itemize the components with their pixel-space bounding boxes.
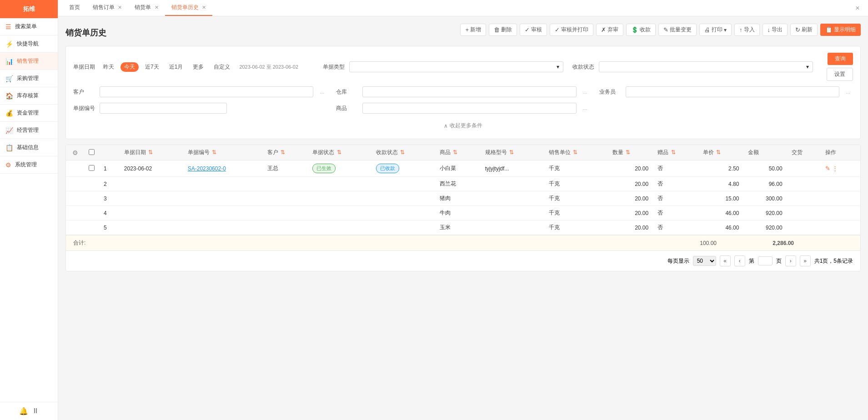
col-goods[interactable]: 商品 ⇅ [435,145,481,160]
row-doc-date [120,220,183,235]
edit-btn[interactable]: ✎ [825,165,830,172]
data-table: ⚙ 单据日期 ⇅ 单据编号 ⇅ [65,145,861,271]
warehouse-dots[interactable]: ... [580,88,590,96]
first-page-button[interactable]: « [720,255,731,266]
tab-close-sales-goods[interactable]: ✕ [155,5,159,10]
sort-unit-icon: ⇅ [573,149,577,155]
prev-page-button[interactable]: ‹ [734,255,745,266]
salesperson-input[interactable] [626,86,839,97]
tab-close-sales-order[interactable]: ✕ [118,5,122,10]
row-no: 2 [99,177,120,191]
export-button[interactable]: ↓ 导出 [763,24,788,36]
sidebar-item-stock-calc[interactable]: 🏠 库存核算 [0,87,58,105]
next-page-button[interactable]: › [785,255,796,266]
row-checkbox[interactable] [84,220,99,235]
row-trade [787,177,821,191]
tab-bar: 首页 销售订单 ✕ 销货单 ✕ 销货单历史 ✕ ✕ [58,0,868,16]
abandon-icon: ✗ [601,26,606,33]
audit-button[interactable]: ✓ 审核 [520,24,547,36]
col-unit[interactable]: 销售单位 ⇅ [544,145,608,160]
sidebar-item-basic-info[interactable]: 📋 基础信息 [0,139,58,156]
row-quantity: 20.00 [608,220,653,235]
batch-change-button[interactable]: ✎ 批量变更 [658,24,697,36]
sidebar-item-sys-mgmt[interactable]: ⚙ 系统管理 [0,156,58,174]
row-checkbox[interactable] [84,177,99,191]
select-all-checkbox[interactable] [89,149,95,155]
sidebar-item-purchase-mgmt[interactable]: 🛒 采购管理 [0,70,58,87]
abandon-button[interactable]: ✗ 弃审 [596,24,623,36]
add-button[interactable]: + 新增 [460,24,486,36]
row-checkbox[interactable] [84,206,99,220]
print-button[interactable]: 🖨 打印 ▾ [699,24,732,36]
tab-sales-goods[interactable]: 销货单 ✕ [128,0,165,16]
warehouse-input[interactable] [362,86,576,97]
sidebar-item-label: 搜索菜单 [15,23,37,30]
import-button[interactable]: ↑ 导入 [734,24,760,36]
doc-no-link[interactable]: SA-20230602-0 [188,165,226,172]
col-settings[interactable]: ⚙ [66,145,84,160]
col-quantity[interactable]: 数量 ⇅ [608,145,653,160]
row-checkbox[interactable] [84,160,99,177]
sidebar-item-fund-mgmt[interactable]: 💰 资金管理 [0,105,58,122]
receive-button[interactable]: 💲 收款 [626,24,656,36]
sidebar-item-ops-mgmt[interactable]: 📈 经营管理 [0,122,58,139]
customer-dots[interactable]: ... [317,88,327,96]
tab-close-all[interactable]: ✕ [852,3,863,13]
col-doc-date[interactable]: 单据日期 ⇅ [120,145,183,160]
col-unit-price[interactable]: 单价 ⇅ [698,145,744,160]
date-more[interactable]: 更多 [189,62,207,72]
search-menu-icon: ☰ [5,23,11,30]
sidebar-item-sales-mgmt[interactable]: 📊 销售管理 [0,53,58,70]
col-doc-status[interactable]: 单据状态 ⇅ [308,145,371,160]
row-checkbox[interactable] [84,191,99,206]
col-gift[interactable]: 赠品 ⇅ [653,145,698,160]
row-payment-status [371,206,435,220]
sidebar-item-quick-nav[interactable]: ⚡ 快捷导航 [0,35,58,53]
gear-icon[interactable]: ⚙ [72,149,78,156]
settings-button[interactable]: 设置 [827,68,853,81]
tab-home[interactable]: 首页 [63,0,86,16]
table-header-row: ⚙ 单据日期 ⇅ 单据编号 ⇅ [66,145,860,160]
row-gift: 否 [653,191,698,206]
sidebar: 拓维 ☰ 搜索菜单 ⚡ 快捷导航 📊 销售管理 🛒 采购管理 🏠 库存核算 💰 … [0,0,58,420]
goods-dots[interactable]: ... [580,104,590,112]
col-customer[interactable]: 客户 ⇅ [263,145,308,160]
page-input[interactable]: 1 [758,256,773,265]
date-1month[interactable]: 近1月 [166,62,187,72]
date-custom[interactable]: 自定义 [210,62,234,72]
show-detail-button[interactable]: 📋 显示明细 [820,24,861,36]
last-page-button[interactable]: » [800,255,811,266]
row-unit: 千克 [544,160,608,177]
add-icon: + [465,26,469,33]
salesperson-dots[interactable]: ... [843,88,853,96]
query-button[interactable]: 查询 [828,53,853,65]
tab-close-sales-history[interactable]: ✕ [202,5,206,10]
col-payment-status[interactable]: 收款状态 ⇅ [371,145,435,160]
tab-sales-history[interactable]: 销货单历史 ✕ [165,0,212,16]
customer-input[interactable] [100,86,313,97]
audit-print-button[interactable]: ✓ 审核并打印 [550,24,593,36]
notification-icon[interactable]: 🔔 [19,407,28,415]
per-page-select[interactable]: 50 100 200 [693,256,716,266]
goods-input[interactable] [362,103,576,114]
row-unit: 千克 [544,191,608,206]
more-btn[interactable]: ⋮ [832,165,838,172]
refresh-button[interactable]: ↻ 刷新 [790,24,818,36]
collapse-button[interactable]: ∧ 收起更多条件 [73,119,853,132]
col-spec[interactable]: 规格型号 ⇅ [481,145,544,160]
date-yesterday[interactable]: 昨天 [100,62,118,72]
pause-icon[interactable]: ⏸ [32,407,39,415]
date-today[interactable]: 今天 [120,62,139,72]
sidebar-item-search-menu[interactable]: ☰ 搜索菜单 [0,18,58,35]
tab-sales-order[interactable]: 销售订单 ✕ [86,0,128,16]
delete-button[interactable]: 🗑 删除 [489,24,517,36]
payment-select[interactable]: ▾ [599,61,813,72]
type-select[interactable]: ▾ [349,61,563,72]
basic-icon: 📋 [5,144,13,151]
date-7days[interactable]: 近7天 [141,62,163,72]
col-action: 操作 [821,145,860,160]
row-quantity: 20.00 [608,177,653,191]
col-doc-no[interactable]: 单据编号 ⇅ [183,145,263,160]
page-header: 销货单历史 + 新增 🗑 删除 ✓ 审核 ✓ 审核并打印 [65,24,861,41]
docno-input[interactable] [100,103,227,114]
